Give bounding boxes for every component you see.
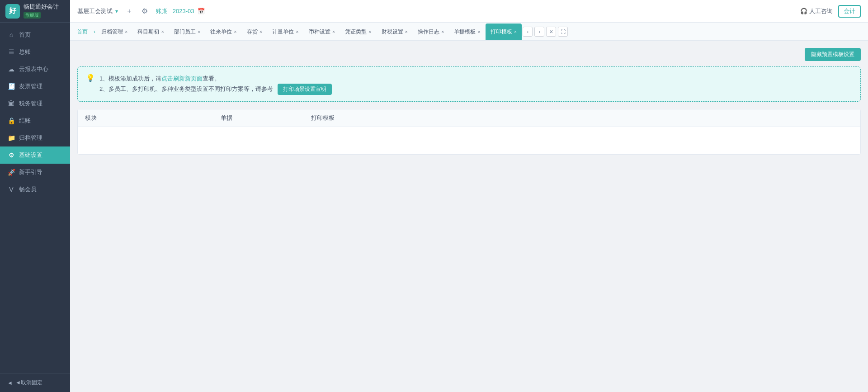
sidebar-item-label: 税务管理 — [19, 99, 42, 108]
notice-box: 💡 1、模板添加成功后，请点击刷新新页面查看。 2、多员工、多打印机、多种业务类… — [77, 66, 861, 102]
tab-close-icon[interactable]: × — [514, 29, 517, 34]
tab-close-icon[interactable]: × — [368, 29, 371, 34]
sidebar-item-label: 云报表中心 — [19, 65, 48, 73]
tab-inventory[interactable]: 存货 × — [242, 24, 267, 40]
logo-text: 畅捷通好会计 旗舰版 — [24, 3, 59, 19]
logo-name: 畅捷通好会计 — [24, 3, 59, 11]
calendar-icon[interactable]: 📅 — [198, 8, 205, 14]
tab-label: 凭证类型 — [345, 28, 367, 36]
member-icon: V — [7, 186, 15, 193]
unpin-icon: ◄ — [7, 380, 13, 386]
guide-icon: 🚀 — [7, 169, 15, 176]
tab-department[interactable]: 部门员工 × — [169, 24, 205, 40]
tab-label: 单据模板 — [454, 28, 476, 36]
sidebar-item-guide[interactable]: 🚀 新手引导 — [0, 164, 70, 181]
headphone-icon: 🎧 — [800, 8, 807, 14]
tab-expand-button[interactable]: ⛶ — [558, 27, 568, 37]
tab-close-icon[interactable]: × — [296, 29, 298, 34]
sidebar-item-label: 畅会员 — [19, 185, 37, 194]
notice-line-1: 1、模板添加成功后，请点击刷新新页面查看。 — [99, 73, 852, 84]
column-module: 模块 — [78, 114, 213, 122]
sidebar-item-settings[interactable]: ⚙ 基础设置 — [0, 146, 70, 164]
archive-icon: 📁 — [7, 134, 15, 142]
notice-line2-prefix: 2、多员工、多打印机、多种业务类型设置不同打印方案等，请参考 — [99, 85, 273, 92]
topbar-right: 🎧 人工咨询 会计 — [800, 5, 861, 18]
sidebar-item-label: 首页 — [19, 31, 31, 39]
sidebar-item-ledger[interactable]: ☰ 总账 — [0, 43, 70, 61]
ledger-icon: ☰ — [7, 48, 15, 56]
column-doc: 单据 — [213, 114, 304, 122]
logo-badge: 旗舰版 — [24, 12, 41, 19]
sidebar-item-archive[interactable]: 📁 归档管理 — [0, 129, 70, 146]
tab-label: 归档管理 — [101, 28, 123, 36]
notice-line-2: 2、多员工、多打印机、多种业务类型设置不同打印方案等，请参考 打印场景设置宣明 — [99, 84, 852, 95]
tab-close-icon[interactable]: × — [161, 29, 164, 34]
support-label: 人工咨询 — [809, 7, 833, 15]
tab-unit[interactable]: 计量单位 × — [267, 24, 303, 40]
sidebar-item-member[interactable]: V 畅会员 — [0, 181, 70, 198]
sidebar-item-label: 新手引导 — [19, 168, 42, 176]
tax-icon: 🏛 — [7, 100, 15, 107]
close-accounts-icon: 🔒 — [7, 117, 15, 124]
table-body — [78, 127, 860, 154]
settings-icon: ⚙ — [7, 151, 15, 159]
notice-lightbulb-icon: 💡 — [86, 74, 95, 82]
refresh-link[interactable]: 点击刷新新页面 — [161, 75, 203, 82]
notice-content: 💡 1、模板添加成功后，请点击刷新新页面查看。 2、多员工、多打印机、多种业务类… — [86, 73, 852, 95]
unpin-label: ◄取消固定 — [15, 379, 42, 387]
project-dropdown-icon: ▾ — [115, 8, 118, 14]
notice-text: 1、模板添加成功后，请点击刷新新页面查看。 2、多员工、多打印机、多种业务类型设… — [99, 73, 852, 95]
column-template: 打印模板 — [304, 114, 860, 122]
project-selector[interactable]: 基层工会测试 ▾ — [77, 7, 118, 15]
main-area: 基层工会测试 ▾ + ⚙ 账期 2023-03 📅 🎧 人工咨询 会计 首页 ‹… — [70, 0, 868, 392]
tab-close-icon[interactable]: × — [198, 29, 200, 34]
tab-label: 科目期初 — [137, 28, 159, 36]
tab-subject-opening[interactable]: 科目期初 × — [132, 24, 169, 40]
sidebar-item-tax[interactable]: 🏛 税务管理 — [0, 95, 70, 112]
tab-close-icon[interactable]: × — [332, 29, 335, 34]
sidebar-item-invoice[interactable]: 🧾 发票管理 — [0, 78, 70, 95]
tab-voucher-type[interactable]: 凭证类型 × — [340, 24, 376, 40]
add-tab-button[interactable]: + — [123, 5, 135, 17]
sidebar-nav: ⌂ 首页 ☰ 总账 ☁ 云报表中心 🧾 发票管理 🏛 税务管理 🔒 结账 📁 归… — [0, 23, 70, 373]
logo-icon: 好 — [5, 4, 20, 19]
tab-close-icon[interactable]: × — [477, 29, 480, 34]
tab-close-icon[interactable]: × — [125, 29, 127, 34]
tab-archive[interactable]: 归档管理 × — [96, 24, 132, 40]
sidebar-item-home[interactable]: ⌂ 首页 — [0, 26, 70, 43]
tab-operation-log[interactable]: 操作日志 × — [413, 24, 449, 40]
tab-close-icon[interactable]: × — [259, 29, 262, 34]
tab-contacts[interactable]: 往来单位 × — [205, 24, 241, 40]
tab-label: 财税设置 — [382, 28, 403, 36]
unpin-button[interactable]: ◄ ◄取消固定 — [0, 373, 70, 392]
tab-label: 打印模板 — [491, 28, 512, 36]
sidebar-item-reports[interactable]: ☁ 云报表中心 — [0, 61, 70, 78]
invoice-icon: 🧾 — [7, 83, 15, 90]
content-area: 隐藏预置模板设置 💡 1、模板添加成功后，请点击刷新新页面查看。 2、多员工、多… — [70, 41, 868, 392]
tab-prev-button[interactable]: ‹ — [523, 27, 533, 37]
account-button[interactable]: 会计 — [838, 5, 861, 18]
tab-document-template[interactable]: 单据模板 × — [449, 24, 485, 40]
tab-next-button[interactable]: › — [534, 27, 544, 37]
tab-print-template[interactable]: 打印模板 × — [486, 24, 522, 40]
tab-home[interactable]: 首页 — [72, 24, 93, 40]
sidebar-logo: 好 畅捷通好会计 旗舰版 — [0, 0, 70, 23]
tab-close-icon[interactable]: × — [405, 29, 408, 34]
print-scene-button[interactable]: 打印场景设置宣明 — [278, 84, 332, 95]
table-header: 模块 单据 打印模板 — [78, 109, 860, 127]
sidebar-item-label: 发票管理 — [19, 82, 42, 90]
topbar-actions: + ⚙ — [123, 5, 151, 17]
topbar: 基层工会测试 ▾ + ⚙ 账期 2023-03 📅 🎧 人工咨询 会计 — [70, 0, 868, 23]
tab-close-all-button[interactable]: × — [546, 27, 556, 37]
hide-preview-button[interactable]: 隐藏预置模板设置 — [805, 48, 861, 61]
tab-currency[interactable]: 币种设置 × — [304, 24, 340, 40]
nav-back-icon: ‹ — [93, 28, 96, 35]
sidebar-item-close[interactable]: 🔒 结账 — [0, 112, 70, 129]
period-value: 2023-03 — [173, 8, 194, 14]
tab-close-icon[interactable]: × — [441, 29, 444, 34]
project-name: 基层工会测试 — [77, 7, 113, 15]
settings-button[interactable]: ⚙ — [139, 5, 151, 17]
tab-close-icon[interactable]: × — [234, 29, 236, 34]
tab-tax-settings[interactable]: 财税设置 × — [377, 24, 413, 40]
support-button[interactable]: 🎧 人工咨询 — [800, 7, 833, 15]
